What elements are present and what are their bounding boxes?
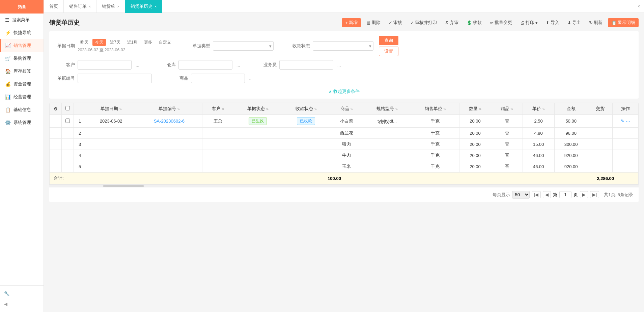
th-gift[interactable]: 赠品⇅: [491, 103, 523, 115]
sidebar-item-ops-mgmt[interactable]: 📊 经营管理: [0, 90, 44, 103]
doc-date-cell: [86, 128, 136, 139]
date-pill-yesterday[interactable]: 昨天: [78, 39, 91, 46]
batch-change-icon: ✏: [490, 20, 494, 25]
sidebar-collapse-btn[interactable]: ◀: [0, 299, 44, 309]
settings-icon: 🔧: [4, 291, 9, 296]
show-detail-button[interactable]: 📋 显示明细: [608, 18, 639, 27]
footer-label: 合计:: [54, 175, 64, 181]
scrollbar-area[interactable]: [49, 184, 639, 187]
audit-print-button[interactable]: ✓ 审核并打印: [408, 18, 440, 27]
collapse-filter-btn[interactable]: ∧ 收起更多条件: [55, 87, 633, 96]
payment-status-sort-icon: ⇅: [314, 107, 317, 111]
export-button[interactable]: ⬇ 导出: [565, 18, 584, 27]
batch-change-button[interactable]: ✏ 批量变更: [487, 18, 515, 27]
print-button[interactable]: 🖨 打印 ▾: [517, 18, 540, 27]
checkbox-cell: [62, 150, 74, 161]
unit-cell: 千克: [411, 150, 459, 161]
tab-sales-order-close[interactable]: ×: [89, 4, 91, 8]
staff-label: 业务员: [256, 62, 277, 68]
th-unit[interactable]: 销售单位⇅: [411, 103, 459, 115]
warehouse-input[interactable]: [178, 60, 232, 70]
sidebar-item-label: 基础信息: [13, 107, 31, 113]
edit-action-btn[interactable]: ✎: [621, 119, 624, 124]
th-checkbox[interactable]: [62, 103, 74, 115]
tab-sales-delivery[interactable]: 销货单 ×: [96, 0, 125, 13]
th-row-no: [74, 103, 86, 115]
refresh-button[interactable]: ↻ 刷新: [586, 18, 605, 27]
action-cell: [612, 139, 638, 150]
new-icon: +: [345, 20, 348, 25]
close-all-tabs-btn[interactable]: ×: [634, 4, 644, 9]
first-page-btn[interactable]: |◀: [532, 191, 541, 198]
query-button[interactable]: 查询: [379, 36, 398, 45]
setting-button[interactable]: 设置: [379, 47, 398, 56]
th-doc-date[interactable]: 单据日期⇅: [86, 103, 136, 115]
select-all-checkbox[interactable]: [65, 106, 70, 110]
sidebar-item-purchase-mgmt[interactable]: 🛒 采购管理: [0, 52, 44, 65]
discard-button[interactable]: ✗ 弃审: [442, 18, 461, 27]
product-dots[interactable]: ...: [249, 76, 253, 81]
warehouse-dots[interactable]: ...: [236, 62, 240, 68]
tab-sales-history-close[interactable]: ×: [155, 4, 157, 8]
doc-no-link[interactable]: SA-20230602-6: [154, 119, 185, 124]
customer-input[interactable]: [78, 60, 132, 70]
next-page-btn[interactable]: ▶: [580, 191, 588, 198]
last-page-btn[interactable]: ▶|: [590, 191, 599, 198]
doc-type-select[interactable]: [213, 41, 274, 51]
payment-status-select[interactable]: [313, 41, 373, 51]
staff-dots[interactable]: ...: [337, 62, 341, 68]
new-button[interactable]: + 新增: [342, 18, 361, 27]
tab-sales-order[interactable]: 销售订单 ×: [64, 0, 96, 13]
tab-home[interactable]: 首页: [44, 0, 64, 13]
th-product[interactable]: 商品⇅: [330, 103, 363, 115]
tab-sales-delivery-close[interactable]: ×: [117, 4, 119, 8]
th-payment-status[interactable]: 收款状态⇅: [282, 103, 330, 115]
amount-cell: 920.00: [554, 161, 588, 172]
date-pill-more[interactable]: 更多: [141, 39, 155, 46]
date-pill-custom[interactable]: 自定义: [156, 39, 174, 46]
collect-button[interactable]: 💲 收款: [464, 18, 484, 27]
gift-cell: 否: [491, 150, 523, 161]
customer-dots[interactable]: ...: [136, 62, 139, 68]
amount-cell: 300.00: [554, 139, 588, 150]
action-col-label: 操作: [621, 106, 630, 111]
sidebar-item-basic-info[interactable]: 📋 基础信息: [0, 103, 44, 116]
more-action-btn[interactable]: ⋯: [626, 119, 630, 124]
page-size-select[interactable]: 10 20 50 100: [512, 191, 530, 199]
page-input[interactable]: [559, 191, 571, 198]
unit-cell: 千克: [411, 115, 459, 128]
sidebar-item-quick-nav[interactable]: ⚡ 快捷导航: [0, 26, 44, 39]
sidebar-settings-btn[interactable]: 🔧: [0, 288, 44, 299]
import-button[interactable]: ⬆ 导入: [543, 18, 562, 27]
doc-no-sort-icon: ⇅: [177, 107, 180, 111]
delete-button[interactable]: 🗑 删除: [364, 18, 383, 27]
date-pill-today[interactable]: 今天: [92, 39, 106, 46]
spec-sort-icon: ⇅: [395, 107, 398, 111]
row-checkbox[interactable]: [65, 119, 70, 123]
import-label: 导入: [551, 20, 559, 26]
batch-change-label: 批量变更: [495, 20, 512, 26]
sidebar-item-search-menu[interactable]: ☰ 搜索菜单: [0, 14, 44, 26]
date-pill-7days[interactable]: 近7天: [107, 39, 123, 46]
sidebar-item-inventory[interactable]: 🏠 库存核算: [0, 65, 44, 78]
sidebar-item-sys-mgmt[interactable]: ⚙️ 系统管理: [0, 116, 44, 129]
staff-input[interactable]: [279, 60, 333, 70]
th-spec[interactable]: 规格型号⇅: [363, 103, 411, 115]
tab-sales-history[interactable]: 销货单历史 ×: [125, 0, 162, 13]
th-unit-price[interactable]: 单价⇅: [523, 103, 554, 115]
transaction-cell: [588, 150, 612, 161]
table-row: 5 玉米 千克 20.00 否 46.00 920.00: [50, 161, 639, 172]
audit-button[interactable]: ✓ 审核: [386, 18, 405, 27]
th-doc-no[interactable]: 单据编号⇅: [136, 103, 202, 115]
sidebar-item-sales-mgmt[interactable]: 📈 销售管理: [0, 39, 44, 52]
th-doc-status[interactable]: 单据状态⇅: [234, 103, 282, 115]
product-input[interactable]: [191, 74, 245, 83]
th-gear[interactable]: ⚙: [50, 103, 62, 115]
discard-label: 弃审: [450, 20, 458, 26]
th-customer[interactable]: 客户⇅: [202, 103, 234, 115]
th-qty[interactable]: 数量⇅: [459, 103, 491, 115]
date-pill-1month[interactable]: 近1月: [124, 39, 140, 46]
prev-page-btn[interactable]: ◀: [543, 191, 551, 198]
doc-no-input[interactable]: [78, 74, 152, 83]
sidebar-item-finance-mgmt[interactable]: 💰 资金管理: [0, 78, 44, 90]
